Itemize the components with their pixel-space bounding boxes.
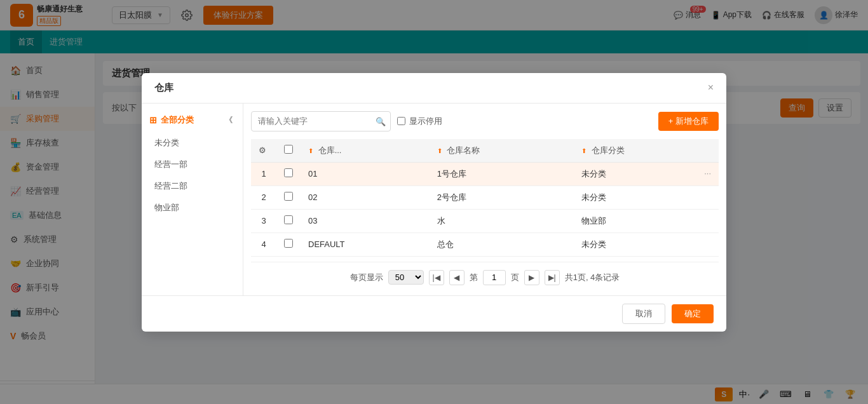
add-warehouse-btn[interactable]: + 新增仓库 — [658, 112, 719, 131]
settings-col-icon: ⚙ — [259, 145, 266, 155]
modal-overlay: 仓库 × ⊞ 全部分类 《 未分类 经营一部 经营二部 物业部 — [0, 0, 868, 404]
row-checkbox[interactable] — [284, 192, 293, 201]
row-checkbox-cell — [276, 162, 301, 185]
all-category-label: 全部分类 — [161, 114, 194, 126]
sort-icon-name: ⬆ — [437, 147, 442, 154]
page-prev-btn[interactable]: ◀ — [449, 270, 465, 285]
row-name: 总仓 — [430, 232, 574, 256]
row-checkbox-cell — [276, 232, 301, 256]
row-checkbox[interactable] — [284, 215, 293, 224]
confirm-button[interactable]: 确定 — [672, 304, 714, 323]
page-first-btn[interactable]: |◀ — [429, 270, 444, 285]
row-category: 物业部 — [574, 209, 719, 232]
row-checkbox[interactable] — [284, 239, 293, 248]
row-action-dots[interactable]: ··· — [704, 168, 711, 178]
row-code: 02 — [301, 185, 430, 209]
modal-close-btn[interactable]: × — [708, 82, 714, 93]
row-num: 2 — [251, 185, 276, 209]
row-code: 01 — [301, 162, 430, 185]
select-all-checkbox[interactable] — [284, 145, 293, 154]
search-bar: 🔍 显示停用 + 新增仓库 — [251, 111, 719, 131]
row-num: 4 — [251, 232, 276, 256]
row-checkbox-cell — [276, 209, 301, 232]
row-category: 未分类 — [574, 232, 719, 256]
page-last-btn[interactable]: ▶| — [545, 270, 560, 285]
total-info: 共1页, 4条记录 — [565, 272, 620, 283]
table-row[interactable]: 3 03 水 物业部 — [251, 209, 719, 232]
sort-icon-code: ⬆ — [308, 147, 313, 154]
table-row[interactable]: 2 02 2号仓库 未分类 — [251, 185, 719, 209]
page-next-btn[interactable]: ▶ — [524, 270, 539, 285]
table-panel: 🔍 显示停用 + 新增仓库 ⚙ — [243, 104, 726, 295]
search-input[interactable] — [251, 111, 391, 131]
category-item-unclassified[interactable]: 未分类 — [142, 132, 243, 154]
col-code: ⬆ 仓库... — [301, 139, 430, 163]
row-name: 水 — [430, 209, 574, 232]
table-container: ⚙ ⬆ 仓库... ⬆ — [251, 139, 719, 257]
row-name: 1号仓库 — [430, 162, 574, 185]
cancel-button[interactable]: 取消 — [622, 304, 665, 324]
category-item-ops1[interactable]: 经营一部 — [142, 154, 243, 175]
row-num: 1 — [251, 162, 276, 185]
page-label: 第 — [470, 272, 478, 283]
search-icon[interactable]: 🔍 — [376, 116, 386, 126]
col-name: ⬆ 仓库名称 — [430, 139, 574, 163]
page-label-unit: 页 — [511, 272, 519, 283]
row-name: 2号仓库 — [430, 185, 574, 209]
col-category: ⬆ 仓库分类 — [574, 139, 719, 163]
show-disabled-label[interactable]: 显示停用 — [397, 116, 442, 127]
row-category: 未分类 — [574, 185, 719, 209]
warehouse-modal: 仓库 × ⊞ 全部分类 《 未分类 经营一部 经营二部 物业部 — [142, 73, 726, 332]
modal-footer: 取消 确定 — [142, 295, 726, 332]
row-code: DEFAULT — [301, 232, 430, 256]
page-size-label: 每页显示 — [350, 272, 383, 283]
warehouse-table: ⚙ ⬆ 仓库... ⬆ — [251, 139, 719, 257]
row-category: 未分类 ··· — [574, 162, 719, 185]
table-row[interactable]: 1 01 1号仓库 未分类 ··· — [251, 162, 719, 185]
table-body: 1 01 1号仓库 未分类 ··· — [251, 162, 719, 256]
modal-header: 仓库 × — [142, 73, 726, 104]
table-row[interactable]: 4 DEFAULT 总仓 未分类 — [251, 232, 719, 256]
category-panel: ⊞ 全部分类 《 未分类 经营一部 经营二部 物业部 — [142, 104, 243, 295]
row-checkbox[interactable] — [284, 168, 293, 177]
show-disabled-checkbox[interactable] — [397, 117, 405, 125]
page-number-input[interactable] — [483, 270, 506, 285]
page-size-select[interactable]: 50 10 20 100 — [388, 270, 424, 285]
modal-body: ⊞ 全部分类 《 未分类 经营一部 经营二部 物业部 🔍 — [142, 104, 726, 295]
category-all-header[interactable]: ⊞ 全部分类 《 — [142, 109, 243, 132]
category-item-ops2[interactable]: 经营二部 — [142, 175, 243, 197]
modal-title: 仓库 — [154, 82, 173, 94]
pagination-bar: 每页显示 50 10 20 100 |◀ ◀ 第 页 ▶ ▶| 共1页, 4条记… — [251, 262, 719, 288]
table-header: ⚙ ⬆ 仓库... ⬆ — [251, 139, 719, 163]
category-item-property[interactable]: 物业部 — [142, 197, 243, 219]
col-settings: ⚙ — [251, 139, 276, 163]
row-code: 03 — [301, 209, 430, 232]
row-checkbox-cell — [276, 185, 301, 209]
collapse-btn[interactable]: 《 — [222, 114, 235, 127]
col-checkbox — [276, 139, 301, 163]
search-input-wrap: 🔍 — [251, 111, 391, 131]
row-num: 3 — [251, 209, 276, 232]
sort-icon-category: ⬆ — [581, 147, 587, 154]
grid-icon: ⊞ — [149, 115, 157, 125]
